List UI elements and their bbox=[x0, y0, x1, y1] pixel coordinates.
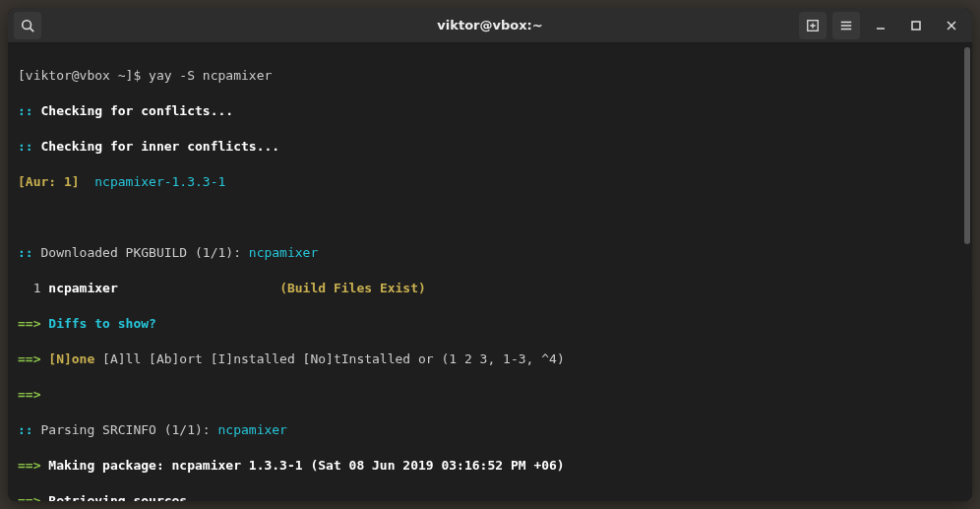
titlebar: viktor@vbox:~ bbox=[8, 8, 972, 43]
output-text: ==> bbox=[18, 493, 40, 501]
svg-line-1 bbox=[31, 28, 34, 32]
svg-point-0 bbox=[23, 20, 31, 29]
output-text: ncpamixer bbox=[48, 281, 117, 295]
new-tab-button[interactable] bbox=[799, 12, 827, 39]
output-text: ==> bbox=[18, 351, 48, 366]
maximize-button[interactable] bbox=[901, 12, 931, 39]
output-text: Parsing SRCINFO (1/1): bbox=[33, 422, 218, 437]
output-text: :: bbox=[18, 103, 33, 118]
output-text: [Aur: 1] bbox=[18, 174, 80, 189]
output-text: Checking for conflicts... bbox=[33, 103, 234, 118]
output-text bbox=[118, 281, 279, 295]
output-text: (Build Files Exist) bbox=[279, 281, 426, 295]
maximize-icon bbox=[910, 20, 922, 32]
output-text: Making package: ncpamixer 1.3.3-1 (Sat 0… bbox=[40, 458, 564, 473]
scrollbar[interactable] bbox=[964, 47, 970, 244]
terminal-output[interactable]: [viktor@vbox ~]$ yay -S ncpamixer :: Che… bbox=[8, 43, 972, 501]
svg-rect-9 bbox=[912, 22, 920, 30]
prompt: [viktor@vbox ~]$ bbox=[18, 68, 149, 83]
output-text: ncpamixer-1.3.3-1 bbox=[80, 174, 226, 189]
terminal-window: viktor@vbox:~ [viktor@vbox ~]$ yay -S nc… bbox=[8, 8, 972, 501]
output-text: :: bbox=[18, 422, 33, 437]
minimize-icon bbox=[875, 20, 887, 32]
command: yay -S ncpamixer bbox=[149, 68, 272, 83]
hamburger-icon bbox=[839, 19, 853, 32]
output-text: ncpamixer bbox=[249, 245, 318, 260]
output-text: ==> bbox=[18, 458, 40, 473]
new-tab-icon bbox=[806, 19, 820, 32]
output-text: 1 bbox=[18, 281, 48, 295]
close-button[interactable] bbox=[937, 12, 966, 39]
output-text: ==> bbox=[18, 316, 40, 331]
output-text: :: bbox=[18, 245, 33, 260]
close-icon bbox=[946, 20, 957, 32]
output-text: Retrieving sources... bbox=[40, 493, 210, 501]
output-text: [A]ll [Ab]ort [I]nstalled [No]tInstalled… bbox=[94, 351, 564, 366]
output-text: Diffs to show? bbox=[40, 316, 155, 331]
window-title: viktor@vbox:~ bbox=[437, 18, 542, 32]
output-text: Checking for inner conflicts... bbox=[33, 139, 279, 154]
output-text: [N]one bbox=[48, 351, 94, 366]
menu-button[interactable] bbox=[832, 12, 860, 39]
output-text: ==> bbox=[18, 387, 40, 402]
search-button[interactable] bbox=[14, 12, 41, 39]
output-text: :: bbox=[18, 139, 33, 154]
minimize-button[interactable] bbox=[866, 12, 895, 39]
output-text: Downloaded PKGBUILD (1/1): bbox=[33, 245, 249, 260]
search-icon bbox=[21, 19, 34, 32]
output-text: ncpamixer bbox=[218, 422, 287, 437]
